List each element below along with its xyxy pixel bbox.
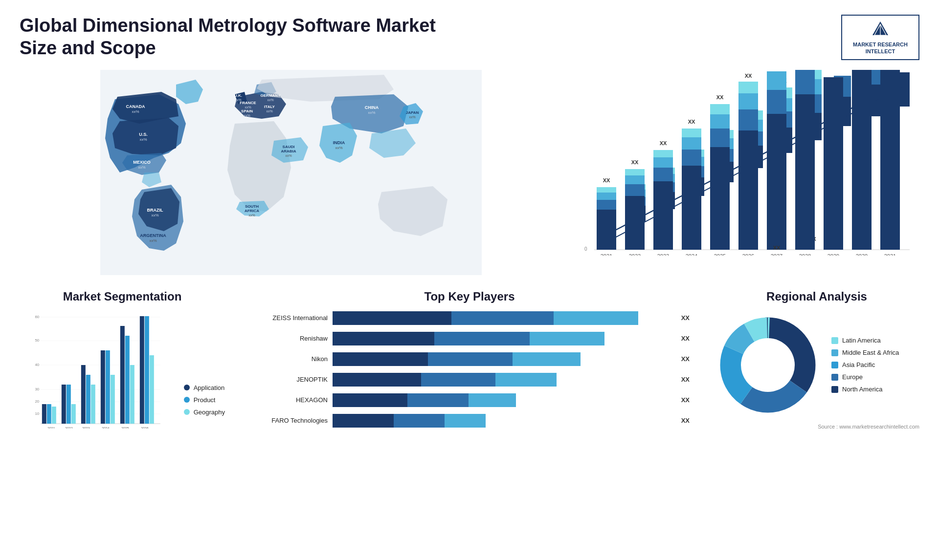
bar-seg-1 [333,311,451,325]
svg-text:SAUDI: SAUDI [283,145,295,149]
svg-rect-108 [682,137,701,150]
svg-rect-88 [597,210,616,250]
player-name-hexagon: HEXAGON [249,396,328,404]
bar-seg-3 [513,352,581,366]
logo: MARKET RESEARCH INTELLECT [841,15,919,60]
svg-rect-159 [81,365,86,424]
bar-seg-1 [333,373,421,387]
segmentation-bar-chart: 60 50 40 30 20 10 [20,311,174,431]
svg-rect-89 [597,200,616,210]
player-row-renishaw: Renishaw XX [249,332,690,345]
legend-text-na: North America [842,386,882,393]
svg-rect-102 [653,157,673,168]
svg-text:xx%: xx% [139,137,147,142]
legend-latin-america: Latin America [831,337,899,344]
player-name-nikon: Nikon [249,355,328,363]
legend-text-mea: Middle East & Africa [842,349,899,356]
svg-text:XX: XX [603,177,610,183]
svg-text:40: 40 [35,363,39,367]
legend-dot-product [184,397,190,403]
svg-text:2023: 2023 [657,253,669,259]
regional-content: Latin America Middle East & Africa Asia … [714,311,919,419]
legend-application: Application [184,384,225,391]
bar-seg-2 [434,332,530,345]
legend-geography: Geography [184,409,225,416]
svg-text:xx%: xx% [245,106,251,109]
svg-text:2031: 2031 [884,253,896,259]
svg-rect-95 [625,184,645,196]
svg-rect-96 [625,175,645,184]
svg-text:2021: 2021 [47,427,55,429]
logo-text: MARKET RESEARCH INTELLECT [849,41,912,55]
player-value-zeiss: XX [681,314,690,322]
bar-seg-3 [469,393,516,407]
legend-label-product: Product [194,396,216,404]
svg-rect-101 [653,168,673,181]
svg-rect-103 [653,150,673,157]
player-bars-faro [333,414,672,428]
player-row-nikon: Nikon XX [249,352,690,366]
svg-text:SOUTH: SOUTH [245,204,259,209]
svg-rect-120 [738,93,758,109]
svg-text:2025: 2025 [121,427,129,429]
svg-text:XX: XX [688,119,695,125]
svg-text:JAPAN: JAPAN [406,110,419,115]
bar-seg-1 [333,414,394,428]
svg-rect-129 [795,94,815,250]
donut-svg [714,311,822,419]
legend-label-geography: Geography [194,409,225,416]
map-container: CANADA xx% U.S. xx% MEXICO xx% BRAZIL xx… [20,70,562,275]
svg-rect-168 [125,336,130,424]
svg-text:ARABIA: ARABIA [281,149,296,153]
legend-color-europe [831,374,838,381]
top-section: CANADA xx% U.S. xx% MEXICO xx% BRAZIL xx… [20,70,919,275]
player-bars-hexagon [333,393,672,407]
svg-rect-90 [597,193,616,200]
bar-seg-2 [394,414,445,428]
world-map-area: CANADA xx% U.S. xx% MEXICO xx% BRAZIL xx… [20,70,562,275]
svg-text:CHINA: CHINA [365,105,379,110]
svg-rect-164 [106,350,110,424]
player-bars-renishaw [333,332,672,345]
player-name-zeiss: ZEISS International [249,314,328,322]
segmentation-svg: 60 50 40 30 20 10 [20,311,174,429]
svg-rect-112 [710,147,730,250]
player-row-faro: FARO Technologies XX [249,414,690,428]
svg-rect-155 [62,385,66,424]
bar-seg-2 [407,393,469,407]
svg-rect-156 [67,385,71,424]
svg-text:0: 0 [584,246,587,252]
svg-rect-132 [824,77,843,250]
svg-rect-106 [682,166,701,250]
player-value-faro: XX [681,417,690,424]
svg-rect-124 [767,114,786,250]
bar-seg-1 [333,352,428,366]
svg-rect-107 [682,150,701,166]
svg-rect-167 [120,326,125,424]
svg-rect-172 [145,316,149,424]
regional-legend: Latin America Middle East & Africa Asia … [831,337,899,393]
svg-text:INDIA: INDIA [333,140,345,145]
svg-text:10: 10 [35,411,39,416]
player-name-renishaw: Renishaw [249,335,328,342]
bar-seg-3 [495,373,557,387]
svg-rect-151 [42,404,46,424]
svg-rect-126 [767,71,786,90]
svg-rect-171 [140,316,144,424]
legend-asia-pacific: Asia Pacific [831,361,899,368]
svg-text:FRANCE: FRANCE [240,101,256,105]
svg-text:XX: XX [773,245,781,251]
player-name-faro: FARO Technologies [249,417,328,424]
svg-text:xx%: xx% [267,98,273,102]
svg-rect-173 [150,355,154,424]
svg-rect-94 [625,196,645,250]
svg-text:2028: 2028 [799,253,811,259]
svg-text:xx%: xx% [138,165,145,170]
svg-text:XX: XX [716,94,724,100]
svg-text:2027: 2027 [771,253,782,259]
page-title: Global Dimensional Metrology Software Ma… [20,15,460,59]
bar-seg-3 [554,311,639,325]
svg-text:U.K.: U.K. [234,93,242,98]
svg-text:GERMANY: GERMANY [261,93,281,98]
svg-text:xx%: xx% [266,109,272,113]
